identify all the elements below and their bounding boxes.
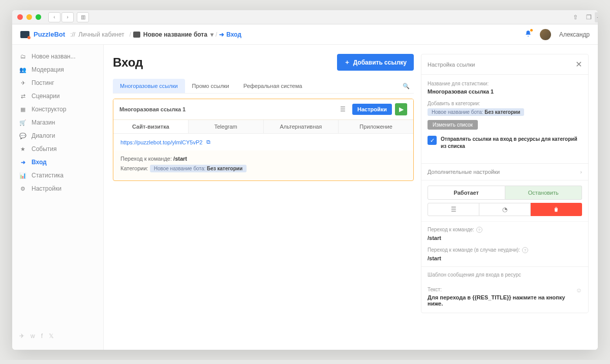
sidebar-item-dialogs[interactable]: 💬Диалоги bbox=[12, 129, 103, 142]
avatar[interactable] bbox=[540, 29, 551, 40]
panel-category-pill: Новое название бота: Без категории bbox=[428, 108, 524, 116]
card-title: Многоразовая ссылка 1 bbox=[119, 106, 186, 112]
tabs-icon[interactable]: ❐ bbox=[585, 13, 593, 21]
copy-icon[interactable]: ⧉ bbox=[206, 139, 210, 145]
browser-chrome: ‹ › ▥ ⇧ ❐ + bbox=[12, 10, 598, 24]
status-working-button[interactable]: Работает bbox=[428, 186, 505, 200]
page-title: Вход bbox=[113, 55, 143, 70]
username: Александр bbox=[559, 31, 590, 38]
tab-promo[interactable]: Промо ссылки bbox=[185, 79, 236, 93]
notifications-icon[interactable] bbox=[525, 30, 532, 39]
emoji-icon[interactable]: ☺ bbox=[576, 287, 582, 294]
sidebar-item-label: Магазин bbox=[32, 119, 55, 126]
text-label: Текст: bbox=[428, 287, 576, 292]
breadcrumb-account[interactable]: Личный кабинет bbox=[78, 31, 124, 38]
add-link-button[interactable]: ＋ Добавить ссылку bbox=[337, 54, 414, 71]
checkbox-label: Отправлять ссылки на вход в ресурсы для … bbox=[441, 136, 582, 150]
help-icon[interactable]: ? bbox=[522, 247, 528, 253]
panel-cat-prefix: Новое название бота: bbox=[432, 109, 483, 115]
extra-settings-row[interactable]: Дополнительные настройки › bbox=[421, 163, 588, 180]
sidebar-toggle-icon[interactable]: ▥ bbox=[77, 12, 89, 22]
sidebar-item-shop[interactable]: 🛒Магазин bbox=[12, 116, 103, 129]
panel-cmd-label: Переход к команде:? bbox=[428, 227, 582, 233]
sidebar-item-entry[interactable]: ➜Вход bbox=[12, 156, 103, 169]
vk-icon[interactable]: w bbox=[30, 332, 35, 340]
sidebar-item-settings[interactable]: ⚙Настройки bbox=[12, 182, 103, 195]
sidebar-item-events[interactable]: ★События bbox=[12, 142, 103, 156]
app-name: PuzzleBot bbox=[34, 31, 65, 38]
list-icon[interactable]: ☰ bbox=[337, 103, 349, 115]
back-button[interactable]: ‹ bbox=[48, 12, 60, 22]
panel-cmd-value: /start bbox=[428, 235, 582, 241]
facebook-icon[interactable]: f bbox=[41, 332, 43, 340]
sidebar-item-label: Постинг bbox=[32, 79, 54, 86]
twitter-icon[interactable]: 𝕏 bbox=[49, 332, 54, 340]
template-text: Для перехода в {{RES_TITLE}} нажмите на … bbox=[428, 294, 576, 307]
send-links-checkbox[interactable]: ✓ bbox=[428, 136, 437, 145]
send-icon: ✈ bbox=[19, 79, 26, 86]
link-tab-app[interactable]: Приложение bbox=[339, 120, 413, 133]
app-logo[interactable]: PuzzleBot :// bbox=[20, 31, 75, 38]
sidebar-item-label: Статистика bbox=[32, 172, 64, 179]
share-icon[interactable]: ⇧ bbox=[571, 13, 580, 21]
settings-panel: Настройка ссылки ✕ Название для статисти… bbox=[421, 54, 589, 313]
breadcrumb-bot[interactable]: Новое название бота ▾ bbox=[133, 31, 214, 38]
sidebar-item-label: Диалоги bbox=[32, 132, 55, 139]
minimize-window-btn[interactable] bbox=[26, 14, 32, 20]
template-header: Шаблон сообщения для входа в ресурс bbox=[421, 266, 588, 283]
breadcrumb-bot-label: Новое название бота bbox=[143, 31, 207, 38]
close-window-btn[interactable] bbox=[17, 14, 23, 20]
link-card: Многоразовая ссылка 1 ☰ Настройки ▶ Сайт… bbox=[113, 99, 414, 181]
login-icon: ➜ bbox=[19, 159, 26, 166]
breadcrumb-entry-label: Вход bbox=[226, 31, 241, 38]
sidebar-item-stats[interactable]: 📊Статистика bbox=[12, 169, 103, 182]
panel-title: Настройка ссылки bbox=[428, 62, 475, 68]
forward-button[interactable]: › bbox=[62, 12, 74, 22]
grid-icon: ▦ bbox=[19, 106, 26, 113]
sidebar-item-label: Настройки bbox=[32, 185, 62, 192]
action-list-button[interactable]: ☰ bbox=[428, 203, 479, 216]
stat-value: Многоразовая ссылка 1 bbox=[428, 88, 582, 95]
breadcrumb-sep: / bbox=[129, 31, 131, 38]
cat-value: Без категории bbox=[207, 166, 242, 171]
tab-reusable[interactable]: Многоразовые ссылки bbox=[113, 79, 185, 93]
category-pill: Новое название бота: Без категории bbox=[150, 165, 247, 172]
add-link-label: Добавить ссылку bbox=[353, 59, 407, 66]
sidebar-item-scenarios[interactable]: ⇄Сценарии bbox=[12, 89, 103, 103]
sidebar-item-bot[interactable]: 🗂Новое назван... bbox=[12, 50, 103, 63]
play-button[interactable]: ▶ bbox=[395, 103, 407, 115]
sidebar-item-label: Модерация bbox=[32, 66, 64, 73]
sidebar-item-moderation[interactable]: 👥Модерация bbox=[12, 63, 103, 76]
proto-text: :// bbox=[70, 31, 75, 38]
chart-icon: 📊 bbox=[19, 172, 26, 179]
card-settings-button[interactable]: Настройки bbox=[352, 104, 392, 115]
tab-referral[interactable]: Реферальная система bbox=[236, 79, 310, 93]
link-url[interactable]: https://puzzlebot.top/ylmlCY5vP2 bbox=[120, 139, 202, 145]
status-stop-button[interactable]: Остановить bbox=[505, 186, 583, 200]
sidebar-item-constructor[interactable]: ▦Конструктор bbox=[12, 103, 103, 116]
gear-icon: ⚙ bbox=[19, 185, 26, 192]
extra-label: Дополнительные настройки bbox=[428, 169, 500, 175]
sidebar: 🗂Новое назван... 👥Модерация ✈Постинг ⇄Сц… bbox=[12, 45, 104, 350]
edit-list-button[interactable]: Изменить список bbox=[428, 120, 478, 130]
users-icon: 👥 bbox=[19, 66, 26, 73]
bot-icon bbox=[133, 32, 140, 38]
link-tab-site[interactable]: Сайт-визитка bbox=[113, 120, 189, 133]
sidebar-item-label: Сценарии bbox=[32, 93, 59, 100]
cmd-value: /start bbox=[173, 156, 187, 162]
action-clock-button[interactable]: ◔ bbox=[479, 203, 531, 216]
sidebar-item-posting[interactable]: ✈Постинг bbox=[12, 76, 103, 89]
social-links: ✈ w f 𝕏 bbox=[12, 327, 103, 345]
search-input[interactable]: 🔍 bbox=[399, 81, 414, 92]
new-tab-button[interactable]: + bbox=[595, 12, 598, 22]
link-tab-alt[interactable]: Альтернативная bbox=[264, 120, 339, 133]
link-tab-telegram[interactable]: Telegram bbox=[189, 120, 264, 133]
cart-icon: 🛒 bbox=[19, 119, 26, 126]
delete-button[interactable] bbox=[531, 203, 582, 216]
breadcrumb-entry[interactable]: ➜ Вход bbox=[219, 31, 241, 38]
help-icon[interactable]: ? bbox=[476, 227, 482, 233]
maximize-window-btn[interactable] bbox=[36, 14, 41, 20]
close-icon[interactable]: ✕ bbox=[575, 59, 582, 69]
stat-label: Название для статистики: bbox=[428, 81, 582, 86]
telegram-icon[interactable]: ✈ bbox=[19, 332, 24, 340]
